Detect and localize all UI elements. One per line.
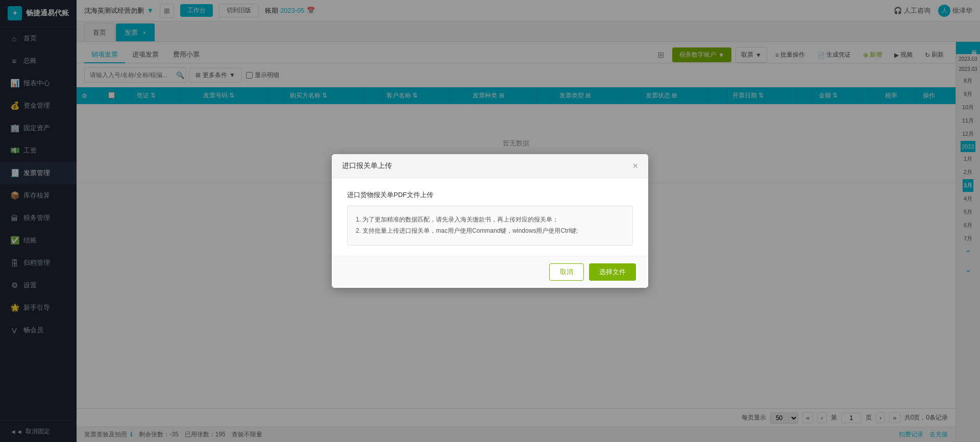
modal-cancel-button[interactable]: 取消 (549, 263, 584, 281)
modal-section-title: 进口货物报关单PDF文件上传 (347, 190, 633, 200)
import-customs-modal: 进口报关单上传 × 进口货物报关单PDF文件上传 1. 为了更加精准的数据匹配，… (332, 154, 648, 287)
modal-footer: 取消 选择文件 (332, 256, 648, 288)
info-text-2: 2. 支持批量上传进口报关单，mac用户使用Command键，windows用户… (356, 226, 578, 237)
modal-body: 进口货物报关单PDF文件上传 1. 为了更加精准的数据匹配，请先录入海关缴款书，… (332, 178, 648, 255)
modal-info-box: 1. 为了更加精准的数据匹配，请先录入海关缴款书，再上传对应的报关单； 2. 支… (347, 206, 633, 245)
modal-info-item-1: 1. 为了更加精准的数据匹配，请先录入海关缴款书，再上传对应的报关单； (356, 214, 624, 226)
modal-close-button[interactable]: × (632, 161, 638, 170)
modal-confirm-button[interactable]: 选择文件 (589, 263, 636, 281)
modal-overlay[interactable]: 进口报关单上传 × 进口货物报关单PDF文件上传 1. 为了更加精准的数据匹配，… (0, 0, 980, 442)
modal-title: 进口报关单上传 (342, 161, 392, 170)
info-text-1: 1. 为了更加精准的数据匹配，请先录入海关缴款书，再上传对应的报关单； (356, 214, 558, 226)
modal-info-item-2: 2. 支持批量上传进口报关单，mac用户使用Command键，windows用户… (356, 226, 624, 237)
modal-header: 进口报关单上传 × (332, 154, 648, 178)
